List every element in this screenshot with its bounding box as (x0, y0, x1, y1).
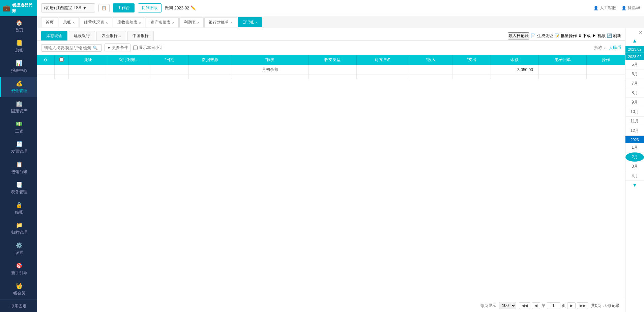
month-6[interactable]: 6月 (625, 69, 644, 79)
sidebar-item-member[interactable]: 👑 畅会员 (0, 279, 37, 300)
tab-ledger[interactable]: 总账 × (59, 17, 79, 27)
sidebar-item-capital[interactable]: 💰 资金管理 (0, 77, 37, 97)
tab-close-profit[interactable]: × (197, 21, 199, 25)
table-row (37, 75, 625, 79)
date-scroll-down[interactable]: ▼ (625, 181, 644, 190)
tab-close-journal[interactable]: × (256, 21, 258, 25)
tab-profit[interactable]: 利润表 × (179, 17, 204, 27)
bank-tab-ccb[interactable]: 建设银行 (69, 31, 95, 40)
row2-ereceipt (538, 75, 586, 79)
date-scroll-up[interactable]: ▲ (632, 36, 638, 45)
period-edit-icon[interactable]: ✏️ (191, 5, 196, 10)
download-button[interactable]: ⬇ 下载 (578, 33, 591, 39)
search-input[interactable] (44, 46, 91, 50)
month-1[interactable]: 1月 (625, 143, 644, 152)
month-7[interactable]: 7月 (625, 79, 644, 88)
workbench-button[interactable]: 工作台 (113, 3, 135, 12)
tab-bank-match[interactable]: 银行对账单 × (204, 17, 237, 27)
back-to-old-button[interactable]: 切到旧版 (138, 3, 162, 12)
bank-tab-cash[interactable]: 库存现金 (41, 31, 67, 40)
show-daily-toggle[interactable]: 显示本日小计 (133, 45, 163, 51)
col-settings[interactable]: ⚙ (37, 55, 54, 65)
tab-receivable[interactable]: 应收账龄表 × (113, 17, 145, 27)
row1-settings (37, 65, 54, 75)
tab-close-assets[interactable]: × (172, 21, 174, 25)
tab-close-ledger[interactable]: × (72, 21, 75, 25)
year-label-top[interactable]: 2023.02 (625, 46, 644, 53)
tab-status[interactable]: 经营状况表 × (80, 17, 112, 27)
select-all-checkbox[interactable] (59, 57, 64, 62)
month-5[interactable]: 5月 (625, 60, 644, 69)
sidebar-item-assets[interactable]: 🏢 固定资产 (0, 97, 37, 117)
month-8[interactable]: 8月 (625, 88, 644, 98)
tab-profit-label: 利润表 (184, 20, 196, 25)
currency-label: 折称： (594, 45, 606, 51)
user-menu[interactable]: 👤 徐温华 (621, 5, 640, 11)
video-button[interactable]: ▶ 视频 (592, 33, 605, 39)
sidebar-item-report[interactable]: 📊 报表中心 (0, 57, 37, 77)
row1-summary: 月初余额 (232, 65, 309, 75)
col-counterparty-header: 对方户名 (356, 55, 409, 65)
first-page-button[interactable]: ◀◀ (519, 302, 530, 309)
unpin-sidebar[interactable]: 取消固定 (0, 300, 37, 312)
tab-status-label: 经营状况表 (84, 20, 104, 25)
prev-page-button[interactable]: ◀ (532, 302, 540, 309)
date-panel-close[interactable]: ✕ (639, 30, 643, 35)
import-journal-button[interactable]: 导入日记账 (508, 32, 529, 39)
month-10[interactable]: 10月 (625, 107, 644, 117)
tab-journal-label: 日记账 (242, 20, 254, 25)
month-3[interactable]: 3月 (625, 162, 644, 171)
show-daily-checkbox[interactable] (133, 46, 138, 50)
col-voucher-header: 凭证 (69, 55, 107, 65)
current-year-label[interactable]: 2023 (625, 136, 644, 143)
per-page-select[interactable]: 50100200 (499, 302, 516, 309)
month-9[interactable]: 9月 (625, 98, 644, 107)
col-check[interactable] (54, 55, 69, 65)
page-number-input[interactable] (547, 302, 560, 309)
tab-ledger-label: 总账 (63, 20, 71, 25)
sidebar-item-sales-ledger[interactable]: 📋 进销台账 (0, 158, 37, 178)
search-box[interactable]: 🔍 (41, 44, 102, 52)
copy-button[interactable]: 📋 (98, 4, 110, 12)
refresh-button[interactable]: 🔄 刷新 (607, 33, 621, 39)
year-label-top2[interactable]: 2023.02 (625, 53, 644, 60)
bank-tab-abc[interactable]: 农业银行... (96, 31, 126, 40)
sidebar-item-close[interactable]: 🔒 结账 (0, 198, 37, 219)
voucher-label: 生成凭证 (537, 33, 553, 38)
month-4[interactable]: 4月 (625, 171, 644, 181)
company-selector[interactable]: (勿册) 江西超宝-LSS ▼ (41, 3, 95, 12)
sidebar-item-ledger[interactable]: 📒 总账 (0, 36, 37, 57)
settings-gear-icon[interactable]: ⚙ (44, 58, 48, 62)
row1-income (409, 65, 452, 75)
last-page-button[interactable]: ▶▶ (577, 302, 588, 309)
more-filter-button[interactable]: ▼ 更多条件 (105, 44, 130, 52)
pagination-footer: 每页显示 50100200 ◀◀ ◀ 第 页 ▶ ▶▶ 共0页，0条记录 (37, 299, 625, 312)
tab-journal[interactable]: 日记账 × (238, 17, 262, 27)
sidebar-item-guide[interactable]: 🎯 新手引导 (0, 259, 37, 279)
col-balance-header: 余额 (491, 55, 538, 65)
date-panel: ✕ ▲ 2023.02 2023.02 5月 6月 7月 8月 9月 10月 1… (625, 28, 644, 312)
bank-tab-boc[interactable]: 中国银行 (127, 31, 154, 40)
next-page-button[interactable]: ▶ (567, 302, 576, 309)
sidebar-item-payroll[interactable]: 💵 工资 (0, 117, 37, 138)
sidebar-item-settings[interactable]: ⚙️ 设置 (0, 239, 37, 259)
sidebar-item-tax[interactable]: 📑 税务管理 (0, 178, 37, 198)
month-11[interactable]: 11月 (625, 117, 644, 126)
currency-value[interactable]: 人民币 (609, 45, 621, 51)
tab-assets-table[interactable]: 资产负债表 × (146, 17, 178, 27)
search-icon[interactable]: 🔍 (93, 46, 98, 50)
sidebar-label-archive: 归档管理 (11, 230, 27, 235)
tab-close-bank[interactable]: × (230, 21, 232, 25)
service-button[interactable]: 👤 人工客服 (593, 5, 616, 11)
sidebar-item-home[interactable]: 🏠 首页 (0, 16, 37, 36)
tab-home[interactable]: 首页 (41, 17, 58, 27)
sidebar-item-invoice[interactable]: 🧾 发票管理 (0, 138, 37, 158)
row2-expense (452, 75, 491, 79)
tab-close-status[interactable]: × (106, 21, 108, 25)
sidebar-item-archive[interactable]: 📁 归档管理 (0, 219, 37, 239)
month-2-active[interactable]: 2月 (625, 152, 644, 162)
month-12[interactable]: 12月 (625, 126, 644, 136)
tab-close-receivable[interactable]: × (139, 21, 141, 25)
batch-operation-button[interactable]: 📝 批量操作 (555, 33, 577, 39)
generate-voucher-button[interactable]: 📄 生成凭证 (531, 33, 553, 39)
